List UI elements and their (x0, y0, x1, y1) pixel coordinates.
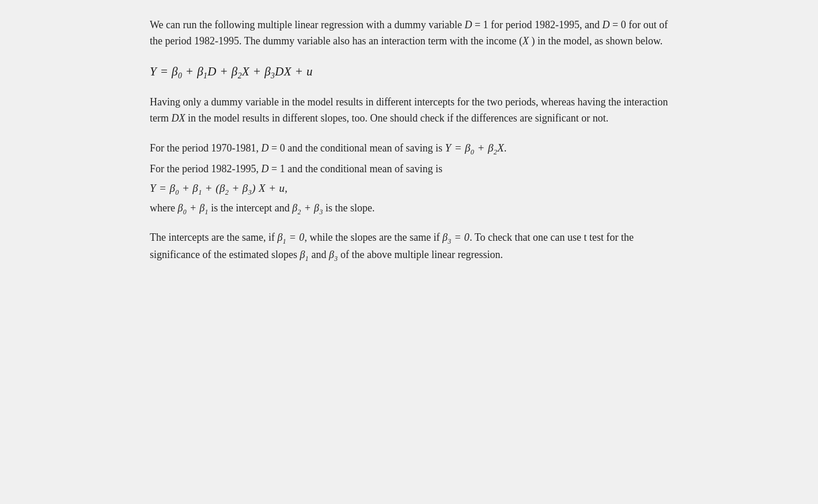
main-content: We can run the following multiple linear… (150, 17, 668, 277)
var-D: D (464, 19, 472, 31)
period-1970-paragraph: For the period 1970-1981, D = 0 and the … (150, 139, 668, 158)
significance-paragraph: The intercepts are the same, if β1 = 0, … (150, 230, 668, 264)
dummy-variable-explanation: Having only a dummy variable in the mode… (150, 94, 668, 127)
intercept-slope-paragraph: where β0 + β1 is the intercept and β2 + … (150, 200, 668, 218)
main-equation: Y = β0 + β1D + β2X + β3DX + u (150, 62, 668, 82)
intro-paragraph: We can run the following multiple linear… (150, 17, 668, 50)
period-1982-paragraph: For the period 1982-1995, D = 1 and the … (150, 161, 668, 198)
